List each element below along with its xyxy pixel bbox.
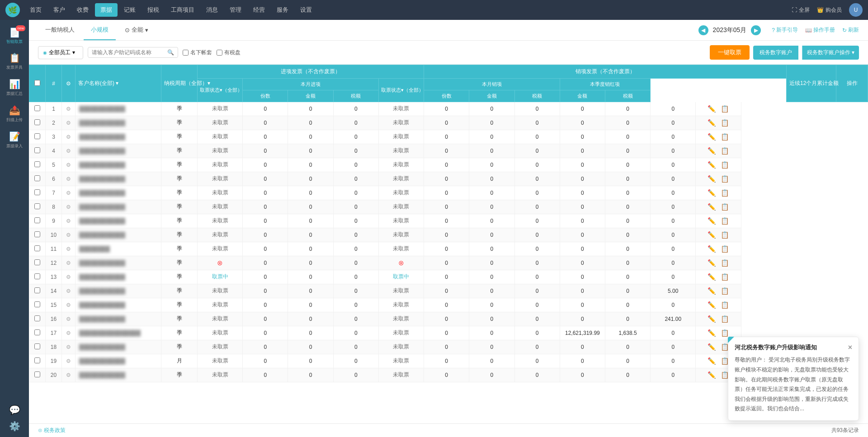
tax-policy-link[interactable]: ⊙ 税务政策 (38, 427, 66, 434)
row-setting[interactable]: ⚙ (62, 102, 75, 116)
row-check[interactable] (29, 284, 46, 298)
edit-icon[interactable]: ✏️ (708, 231, 716, 239)
edit-icon[interactable]: ✏️ (708, 161, 716, 169)
nav-item-settings[interactable]: 设置 (295, 3, 317, 17)
row-setting[interactable]: ⚙ (62, 312, 75, 326)
row-setting[interactable]: ⚙ (62, 214, 75, 228)
nav-item-home[interactable]: 首页 (24, 3, 47, 17)
guide-btn[interactable]: ? 新手引导 (772, 26, 798, 34)
employee-filter[interactable]: ◉ 全部员工 ▾ (38, 46, 83, 59)
copy-icon[interactable]: 📋 (721, 301, 729, 309)
tab-all[interactable]: ⊙ 全能 ▾ (118, 20, 156, 40)
period-next[interactable]: ▶ (751, 25, 761, 35)
copy-icon[interactable]: 📋 (721, 287, 729, 295)
row-check[interactable] (29, 326, 46, 340)
copy-icon[interactable]: 📋 (721, 147, 729, 155)
copy-icon[interactable]: 📋 (721, 315, 729, 323)
nav-item-business[interactable]: 工商项目 (165, 3, 200, 17)
tax-account-btn[interactable]: 税务数字账户 (753, 46, 798, 60)
row-check[interactable] (29, 312, 46, 326)
row-check[interactable] (29, 298, 46, 312)
nav-item-manage[interactable]: 管理 (224, 3, 247, 17)
row-check[interactable] (29, 200, 46, 214)
row-check[interactable] (29, 158, 46, 172)
taxdisk-checkbox-label[interactable]: 有税盘 (217, 49, 241, 56)
copy-icon[interactable]: 📋 (721, 175, 729, 183)
edit-icon[interactable]: ✏️ (708, 105, 716, 113)
sidebar-item-summary[interactable]: 📊 票据汇总 (2, 75, 27, 100)
edit-icon[interactable]: ✏️ (708, 217, 716, 225)
copy-icon[interactable]: 📋 (721, 273, 729, 281)
row-setting[interactable]: ⚙ (62, 298, 75, 312)
subaccount-checkbox-label[interactable]: 名下帐套 (183, 49, 212, 56)
edit-icon[interactable]: ✏️ (708, 259, 716, 267)
row-check[interactable] (29, 102, 46, 116)
nav-item-fee[interactable]: 收费 (71, 3, 94, 17)
row-check[interactable] (29, 228, 46, 242)
popup-close-btn[interactable]: × (848, 343, 852, 352)
row-setting[interactable]: ⚙ (62, 284, 75, 298)
row-check[interactable] (29, 242, 46, 256)
row-setting[interactable]: ⚙ (62, 144, 75, 158)
row-setting[interactable]: ⚙ (62, 228, 75, 242)
settings-icon[interactable]: ⚙️ (9, 421, 20, 432)
edit-icon[interactable]: ✏️ (708, 287, 716, 295)
copy-icon[interactable]: 📋 (721, 161, 729, 169)
row-check[interactable] (29, 270, 46, 284)
nav-item-message[interactable]: 消息 (201, 3, 223, 17)
sidebar-item-scan[interactable]: 📤 扫描上传 (2, 101, 27, 127)
copy-icon[interactable]: 📋 (721, 119, 729, 127)
row-setting[interactable]: ⚙ (62, 186, 75, 200)
edit-icon[interactable]: ✏️ (708, 175, 716, 183)
edit-icon[interactable]: ✏️ (708, 357, 716, 365)
search-input[interactable] (92, 49, 165, 56)
row-check[interactable] (29, 368, 46, 382)
edit-icon[interactable]: ✏️ (708, 189, 716, 197)
nav-item-operation[interactable]: 经营 (248, 3, 270, 17)
nav-item-service[interactable]: 服务 (271, 3, 294, 17)
sidebar-item-record[interactable]: 📝 票据录入 (2, 127, 27, 153)
edit-icon[interactable]: ✏️ (708, 245, 716, 253)
tab-general[interactable]: 一般纳税人 (38, 20, 82, 40)
search-box[interactable]: 🔍 (88, 47, 178, 58)
nav-item-invoice[interactable]: 票据 (95, 3, 118, 17)
row-setting[interactable]: ⚙ (62, 242, 75, 256)
row-setting[interactable]: ⚙ (62, 368, 75, 382)
edit-icon[interactable]: ✏️ (708, 119, 716, 127)
row-check[interactable] (29, 130, 46, 144)
row-setting[interactable]: ⚙ (62, 340, 75, 354)
copy-icon[interactable]: 📋 (721, 245, 729, 253)
row-setting[interactable]: ⚙ (62, 172, 75, 186)
edit-icon[interactable]: ✏️ (708, 133, 716, 141)
one-click-fetch-btn[interactable]: 一键取票 (710, 45, 750, 60)
copy-icon[interactable]: 📋 (721, 217, 729, 225)
period-prev[interactable]: ◀ (698, 25, 708, 35)
refresh-btn[interactable]: ↻ 刷新 (842, 26, 859, 34)
nav-item-bookkeep[interactable]: 记账 (118, 3, 141, 17)
sidebar-item-smart-ticket[interactable]: 📄 智能取票 new (2, 23, 27, 48)
taxdisk-checkbox[interactable] (217, 50, 222, 56)
row-setting[interactable]: ⚙ (62, 130, 75, 144)
row-check[interactable] (29, 214, 46, 228)
sidebar-item-issue[interactable]: 📋 发票开具 (2, 49, 27, 74)
copy-icon[interactable]: 📋 (721, 189, 729, 197)
row-setting[interactable]: ⚙ (62, 116, 75, 130)
edit-icon[interactable]: ✏️ (708, 343, 716, 351)
member-btn[interactable]: 👑 购会员 (817, 6, 842, 14)
copy-icon[interactable]: 📋 (721, 133, 729, 141)
copy-icon[interactable]: 📋 (721, 231, 729, 239)
edit-icon[interactable]: ✏️ (708, 329, 716, 337)
row-setting[interactable]: ⚙ (62, 158, 75, 172)
row-check[interactable] (29, 144, 46, 158)
edit-icon[interactable]: ✏️ (708, 147, 716, 155)
row-setting[interactable]: ⚙ (62, 200, 75, 214)
row-setting[interactable]: ⚙ (62, 326, 75, 340)
row-setting[interactable]: ⚙ (62, 256, 75, 270)
edit-icon[interactable]: ✏️ (708, 203, 716, 211)
subaccount-checkbox[interactable] (183, 50, 189, 56)
row-setting[interactable]: ⚙ (62, 354, 75, 368)
manual-btn[interactable]: 📖 操作手册 (805, 26, 835, 34)
row-check[interactable] (29, 116, 46, 130)
fullscreen-btn[interactable]: ⛶ 全屏 (792, 6, 810, 14)
edit-icon[interactable]: ✏️ (708, 371, 716, 379)
